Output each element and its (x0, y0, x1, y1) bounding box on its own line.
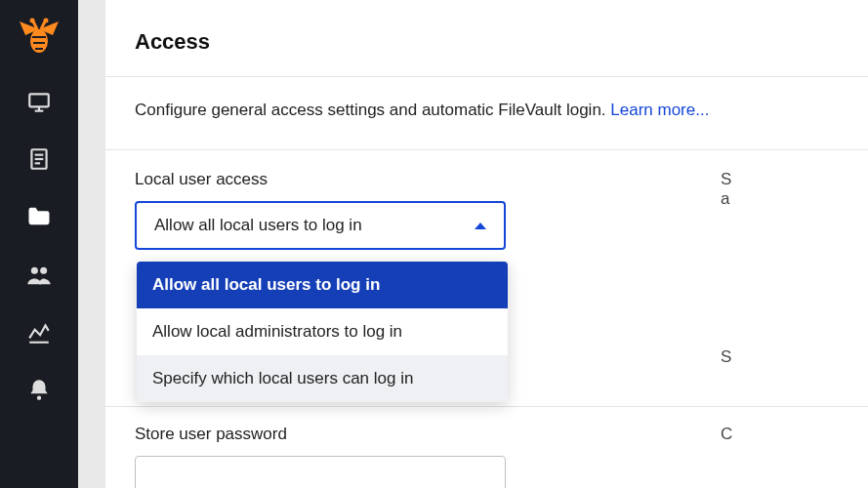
svg-point-3 (30, 19, 35, 23)
svg-point-16 (40, 267, 47, 274)
option-allow-admins[interactable]: Allow local administrators to log in (137, 308, 508, 355)
access-panel: Access Configure general access settings… (105, 0, 868, 488)
app-root: Access Configure general access settings… (0, 0, 868, 488)
monitor-icon[interactable] (26, 90, 52, 115)
caret-up-icon (475, 223, 486, 229)
option-allow-all[interactable]: Allow all local users to log in (137, 262, 508, 308)
page-title: Access (105, 29, 868, 76)
svg-point-18 (37, 396, 41, 400)
local-access-label: Local user access (135, 170, 662, 189)
store-password-select[interactable] (135, 456, 506, 488)
bell-icon[interactable] (26, 377, 52, 402)
svg-point-15 (31, 267, 38, 274)
local-user-access-row: Local user access Allow all local users … (105, 150, 868, 250)
intro-copy: Configure general access settings and au… (135, 101, 610, 119)
sidebar (0, 0, 78, 488)
local-access-dropdown: Allow all local users to log in Allow lo… (137, 262, 508, 402)
logo-icon (16, 16, 62, 59)
store-password-label: Store user password (135, 425, 662, 444)
learn-more-link[interactable]: Learn more... (610, 101, 709, 119)
svg-point-4 (44, 19, 49, 23)
right-hint-2: S (721, 347, 839, 367)
analytics-icon[interactable] (26, 320, 52, 346)
right-hint-3: C (721, 425, 839, 488)
content-area: Access Configure general access settings… (78, 0, 868, 488)
store-password-row: Store user password C (105, 407, 868, 488)
right-hint-1: S a (721, 170, 839, 250)
local-access-select[interactable]: Allow all local users to log in Allow al… (135, 201, 506, 250)
folder-icon[interactable] (25, 203, 53, 230)
users-icon[interactable] (25, 262, 53, 289)
svg-rect-8 (29, 94, 49, 106)
select-value: Allow all local users to log in (154, 216, 362, 235)
intro-text: Configure general access settings and au… (105, 77, 868, 149)
option-specify-users[interactable]: Specify which local users can log in (137, 355, 508, 402)
document-icon[interactable] (26, 146, 52, 172)
